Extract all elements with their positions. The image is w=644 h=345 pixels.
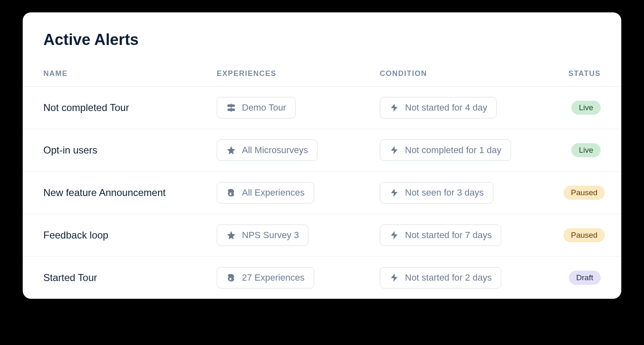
experience-chip[interactable]: NPS Survey 3 [217,224,308,246]
table-row[interactable]: Feedback loopNPS Survey 3Not started for… [23,214,621,257]
star-icon [226,145,236,155]
active-alerts-card: Active Alerts NAME EXPERIENCES CONDITION… [23,12,621,299]
status-badge: Live [571,143,601,157]
table-row[interactable]: Started Tour27 ExperiencesNot started fo… [23,257,621,299]
condition-chip[interactable]: Not completed for 1 day [380,139,511,161]
status-badge: Paused [564,186,605,200]
experience-chip[interactable]: 27 Experiences [217,267,314,288]
table-header-row: NAME EXPERIENCES CONDITION STATUS [23,53,621,87]
condition-label: Not seen for 3 days [405,187,484,198]
status-badge: Paused [564,228,605,242]
condition-label: Not started for 7 days [405,230,492,241]
star-icon [226,230,236,240]
column-header-name: NAME [43,69,217,78]
bolt-icon [389,188,399,198]
condition-chip[interactable]: Not seen for 3 days [380,182,493,203]
condition-chip[interactable]: Not started for 2 days [380,267,501,288]
condition-label: Not started for 2 days [405,272,492,283]
chameleon-icon [226,273,236,283]
table-body: Not completed TourDemo TourNot started f… [23,87,621,299]
status-badge: Live [571,101,601,115]
experience-chip[interactable]: All Experiences [217,182,314,203]
alert-name: New feature Announcement [43,187,166,198]
bolt-icon [389,103,399,113]
condition-label: Not started for 4 day [405,102,487,113]
experience-label: All Microsurveys [242,145,308,156]
table-row[interactable]: Not completed TourDemo TourNot started f… [23,87,621,129]
condition-chip[interactable]: Not started for 7 days [380,224,501,246]
chameleon-icon [226,188,236,198]
column-header-condition: CONDITION [380,69,564,78]
alert-name: Opt-in users [43,144,97,156]
alert-name: Not completed Tour [43,102,129,113]
bolt-icon [389,230,399,240]
experience-chip[interactable]: All Microsurveys [217,139,317,161]
experience-label: NPS Survey 3 [242,230,299,241]
signpost-icon [226,103,236,113]
alert-name: Started Tour [43,272,97,283]
bolt-icon [389,273,399,283]
column-header-status: STATUS [564,69,601,78]
table-row[interactable]: Opt-in usersAll MicrosurveysNot complete… [23,129,621,172]
bolt-icon [389,145,399,155]
status-badge: Draft [569,271,601,285]
table-row[interactable]: New feature AnnouncementAll ExperiencesN… [23,172,621,214]
condition-label: Not completed for 1 day [405,145,502,156]
alert-name: Feedback loop [43,229,108,241]
experience-label: All Experiences [242,187,305,198]
column-header-experiences: EXPERIENCES [217,69,380,78]
page-title: Active Alerts [23,31,621,53]
experience-chip[interactable]: Demo Tour [217,97,296,118]
experience-label: 27 Experiences [242,272,305,283]
condition-chip[interactable]: Not started for 4 day [380,97,497,118]
experience-label: Demo Tour [242,102,286,113]
